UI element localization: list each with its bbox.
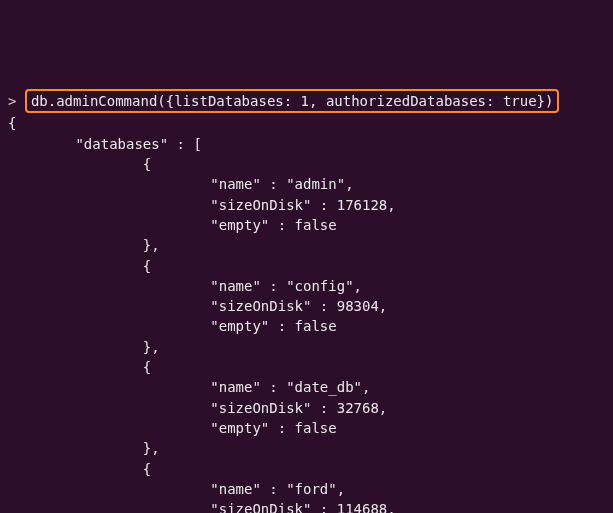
- databases-list: { "name" : "admin", "sizeOnDisk" : 17612…: [8, 156, 396, 513]
- open-brace: {: [8, 115, 16, 131]
- prompt-symbol: >: [8, 93, 16, 109]
- databases-key: "databases" : [: [75, 136, 201, 152]
- command-line: db.adminCommand({listDatabases: 1, autho…: [25, 89, 560, 113]
- terminal-output: > db.adminCommand({listDatabases: 1, aut…: [8, 89, 605, 513]
